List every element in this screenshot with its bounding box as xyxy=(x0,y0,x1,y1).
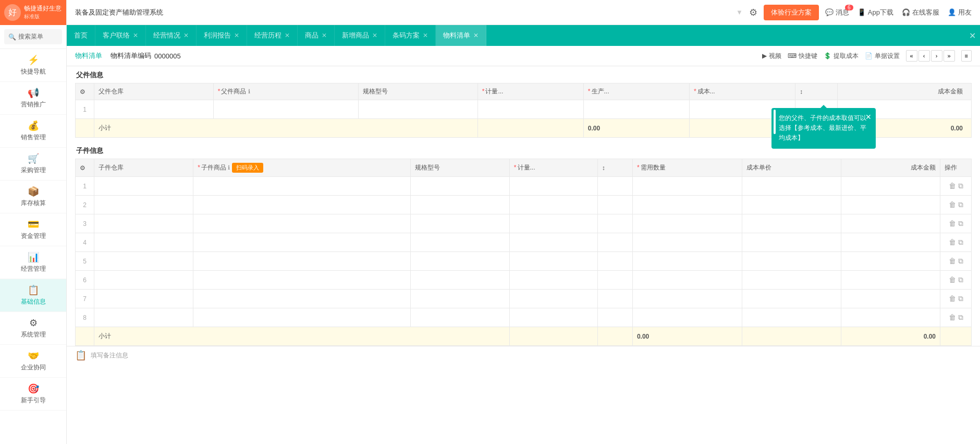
parent-row-1-goods[interactable] xyxy=(213,100,358,119)
copy-icon[interactable]: ⧉ xyxy=(958,275,963,284)
prev-prev-button[interactable]: « xyxy=(906,50,917,62)
message-item[interactable]: 💬 消息 6 xyxy=(825,8,849,17)
keyboard-icon: ⌨ xyxy=(788,52,797,59)
prev-button[interactable]: ‹ xyxy=(918,50,930,62)
delete-icon[interactable]: 🗑 xyxy=(949,275,956,284)
tab-operation[interactable]: 经营情况 ✕ xyxy=(146,25,197,46)
sidebar-item-purchase[interactable]: 🛒 采购管理 xyxy=(0,148,66,181)
notes-text[interactable]: 填写备注信息 xyxy=(91,351,128,360)
child-r1-qty[interactable] xyxy=(509,177,597,196)
child-r1-cost-price[interactable] xyxy=(742,177,841,196)
tab-profit[interactable]: 利润报告 ✕ xyxy=(197,25,247,46)
tab-bom[interactable]: 物料清单 ✕ xyxy=(436,25,486,46)
child-col-settings[interactable]: ⚙ xyxy=(76,159,94,177)
tab-barcode-close[interactable]: ✕ xyxy=(423,32,428,39)
menu-button[interactable]: ≡ xyxy=(961,50,972,62)
tab-customer-label: 客户联络 xyxy=(103,31,130,40)
headset-icon: 🎧 xyxy=(902,8,910,16)
tab-operation-close[interactable]: ✕ xyxy=(183,32,189,39)
child-r1-sort[interactable] xyxy=(597,177,632,196)
tab-goods[interactable]: 商品 ✕ xyxy=(298,25,335,46)
delete-icon[interactable]: 🗑 xyxy=(949,294,956,303)
sidebar-search[interactable]: 🔍 搜索菜单 xyxy=(0,25,66,49)
sidebar-item-inventory[interactable]: 📦 库存核算 xyxy=(0,181,66,213)
sidebar-item-basic[interactable]: 📋 基础信息 xyxy=(0,279,66,312)
delete-icon[interactable]: 🗑 xyxy=(949,238,956,247)
next-next-button[interactable]: » xyxy=(944,50,955,62)
tab-customer-close[interactable]: ✕ xyxy=(133,32,138,39)
topbar-settings-icon[interactable]: ⚙ xyxy=(749,7,757,18)
get-cost-action[interactable]: 💲 提取成本 xyxy=(824,52,859,61)
delete-icon[interactable]: 🗑 xyxy=(949,182,956,190)
copy-icon[interactable]: ⧉ xyxy=(958,182,963,190)
parent-row-1-produce[interactable] xyxy=(583,100,689,119)
online-service-label: 在线客服 xyxy=(912,8,939,17)
tab-history[interactable]: 经营历程 ✕ xyxy=(247,25,298,46)
sidebar-item-sales[interactable]: 💰 销售管理 xyxy=(0,115,66,148)
parent-row-1-qty[interactable] xyxy=(477,100,583,119)
parent-col-settings[interactable]: ⚙ xyxy=(76,83,94,100)
tab-new-goods-close[interactable]: ✕ xyxy=(372,32,377,39)
sidebar-item-enterprise[interactable]: 🤝 企业协同 xyxy=(0,345,66,378)
search-label: 搜索菜单 xyxy=(18,32,43,41)
trial-button[interactable]: 体验行业方案 xyxy=(764,5,819,20)
parent-col-qty: *计量... xyxy=(477,83,583,100)
delete-icon[interactable]: 🗑 xyxy=(949,313,956,322)
online-service-item[interactable]: 🎧 在线客服 xyxy=(902,8,939,17)
inventory-icon: 📦 xyxy=(28,186,39,197)
page-nav-buttons: « ‹ › » xyxy=(906,50,955,62)
next-button[interactable]: › xyxy=(931,50,942,62)
basic-label: 基础信息 xyxy=(21,297,46,306)
tab-barcode-label: 条码方案 xyxy=(393,31,420,40)
child-r1-needed[interactable] xyxy=(632,177,742,196)
tab-customer[interactable]: 客户联络 ✕ xyxy=(95,25,146,46)
app-download-item[interactable]: 📱 App下载 xyxy=(858,8,893,17)
sidebar-item-guide[interactable]: 🎯 新手引导 xyxy=(0,378,66,411)
child-r1-goods[interactable] xyxy=(193,177,411,196)
tab-home[interactable]: 首页 xyxy=(67,25,95,46)
parent-row-1-spec[interactable] xyxy=(358,100,477,119)
sidebar-item-marketing[interactable]: 📢 营销推广 xyxy=(0,82,66,115)
message-badge: 6 xyxy=(845,5,853,10)
child-r1-spec[interactable] xyxy=(410,177,509,196)
copy-icon[interactable]: ⧉ xyxy=(958,238,963,247)
scan-input-button[interactable]: 扫码录入 xyxy=(232,163,263,173)
tooltip-close-icon[interactable]: ✕ xyxy=(865,111,872,123)
single-settings-action[interactable]: 📄 单据设置 xyxy=(865,52,900,61)
tab-new-goods[interactable]: 新增商品 ✕ xyxy=(335,25,385,46)
tab-history-close[interactable]: ✕ xyxy=(285,32,290,39)
copy-icon[interactable]: ⧉ xyxy=(958,219,963,228)
sidebar-item-system[interactable]: ⚙ 系统管理 xyxy=(0,312,66,345)
child-r1-warehouse[interactable] xyxy=(94,177,193,196)
sidebar-item-operation[interactable]: 📊 经营管理 xyxy=(0,246,66,279)
copy-icon[interactable]: ⧉ xyxy=(958,313,963,322)
delete-icon[interactable]: 🗑 xyxy=(949,257,956,266)
tab-goods-close[interactable]: ✕ xyxy=(322,32,327,39)
shortcut-action[interactable]: ⌨ 快捷键 xyxy=(788,52,817,61)
tab-profit-close[interactable]: ✕ xyxy=(234,32,239,39)
sidebar-item-quicknav[interactable]: ⚡ 快捷导航 xyxy=(0,49,66,82)
parent-subtotal-label: 小计 xyxy=(94,119,478,138)
delete-icon[interactable]: 🗑 xyxy=(949,219,956,228)
breadcrumb[interactable]: 物料清单 xyxy=(75,51,102,61)
copy-icon[interactable]: ⧉ xyxy=(958,294,963,303)
purchase-label: 采购管理 xyxy=(21,166,46,175)
user-item[interactable]: 👤 用友 xyxy=(948,8,972,17)
marketing-label: 营销推广 xyxy=(21,100,46,109)
sidebar: 好 畅捷通好生意 标准版 🔍 搜索菜单 ⚡ 快捷导航 📢 营销推广 💰 销售管理… xyxy=(0,0,67,444)
logo: 好 畅捷通好生意 标准版 xyxy=(0,0,66,25)
sidebar-item-finance[interactable]: 💳 资金管理 xyxy=(0,213,66,246)
tab-bom-close[interactable]: ✕ xyxy=(473,32,479,39)
tab-barcode[interactable]: 条码方案 ✕ xyxy=(385,25,436,46)
basic-icon: 📋 xyxy=(28,284,39,296)
view-action[interactable]: ▶ 视频 xyxy=(762,52,781,61)
topbar: 装备及固定资产辅助管理系统 ▼ ⚙ 体验行业方案 💬 消息 6 📱 App下载 … xyxy=(67,0,980,25)
search-menu-button[interactable]: 🔍 搜索菜单 xyxy=(4,29,62,44)
copy-icon[interactable]: ⧉ xyxy=(958,257,963,266)
parent-row-1-warehouse[interactable] xyxy=(94,100,214,119)
copy-icon[interactable]: ⧉ xyxy=(958,200,963,209)
close-all-button[interactable]: ✕ xyxy=(965,31,980,41)
delete-icon[interactable]: 🗑 xyxy=(949,200,956,209)
inventory-label: 库存核算 xyxy=(21,199,46,208)
child-r8-actions: 🗑 ⧉ xyxy=(940,308,972,327)
